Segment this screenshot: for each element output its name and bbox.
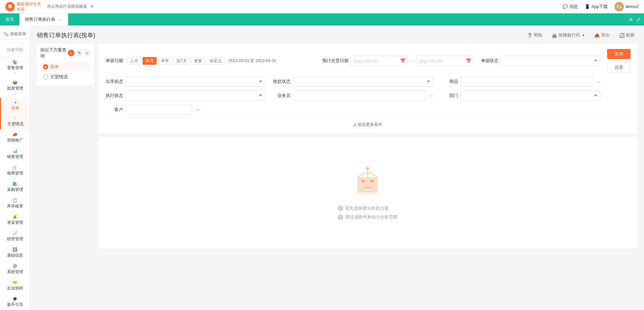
tab-bar: 首页 销售订单执行表 × ✕ ⤢ bbox=[0, 13, 644, 25]
sidebar-item-business[interactable]: 📈 经营管理 bbox=[0, 228, 30, 245]
sidebar-item-order[interactable]: ● 按单 bbox=[1, 98, 30, 113]
scheme-item-order[interactable]: ● 按单 bbox=[40, 62, 91, 72]
exec-select[interactable] bbox=[125, 91, 265, 101]
logo-icon-text: 畅 bbox=[8, 4, 12, 9]
payment-select[interactable] bbox=[292, 76, 433, 87]
filter-panel: 单据日期 上月 本月 本年 近7天 更多 自定义 2023-03-01 至 20… bbox=[98, 44, 637, 133]
sidebar-item-newbie[interactable]: 🎓 新手引导 bbox=[0, 294, 30, 310]
delivery-label: 出库状态 bbox=[105, 79, 123, 85]
tab-active[interactable]: 销售订单执行表 × bbox=[19, 13, 68, 25]
filter-row-2: 出库状态 收款状态 bbox=[105, 76, 631, 87]
layout: 🔍 搜索菜单 快捷导航 🏪 零售管理 ▼ 📦 批发管理 ▲ ● 按单 ○ 欠货情 bbox=[0, 25, 644, 310]
ecommerce-label: 电商管理 bbox=[7, 170, 23, 176]
sidebar-item-finance[interactable]: 💰 资金管理 bbox=[0, 212, 30, 228]
sidebar-item-wholesale[interactable]: 📦 批发管理 ▲ bbox=[0, 78, 30, 98]
empty-state: 1 请先选择要分析的方案 2 用过滤条件来缩小分析范围 bbox=[98, 137, 637, 248]
expected-date-to[interactable] bbox=[416, 56, 473, 66]
expected-date-from[interactable] bbox=[351, 56, 408, 66]
customer-dots[interactable]: ··· bbox=[196, 107, 200, 112]
print-label: 按模板打印 bbox=[558, 32, 580, 38]
scheme-add-button[interactable]: + bbox=[68, 50, 74, 56]
status-select[interactable] bbox=[500, 56, 601, 66]
exec-select-wrap bbox=[125, 91, 265, 101]
sidebar-item-ecommerce[interactable]: 🛒 电商管理 bbox=[0, 162, 30, 179]
export-button[interactable]: 📤 导出 bbox=[592, 31, 612, 40]
scheme-item-debt-label: 欠货情况 bbox=[50, 74, 68, 80]
wholesale-icon: 📦 bbox=[12, 80, 17, 85]
export-label: 导出 bbox=[601, 32, 610, 38]
refresh-label: 刷新 bbox=[626, 32, 635, 38]
empty-illustration bbox=[351, 164, 384, 197]
delivery-select[interactable] bbox=[125, 76, 265, 87]
goods-dots[interactable]: ··· bbox=[596, 79, 600, 84]
refresh-button[interactable]: 🔄 刷新 bbox=[616, 31, 637, 40]
tab-close-all-icon[interactable]: ✕ bbox=[629, 16, 633, 23]
app-download-button[interactable]: 📱 App下载 bbox=[585, 4, 608, 10]
breadcrumb-arrow[interactable]: ▼ bbox=[90, 4, 94, 9]
period-more[interactable]: 更多 bbox=[191, 57, 205, 65]
scheme-item-active-icon: ● bbox=[43, 64, 48, 69]
print-button[interactable]: 🖨️ 按模板打印 ▼ bbox=[549, 31, 588, 40]
debt-label: 欠货情况 bbox=[7, 121, 23, 127]
newbie-label: 新手引导 bbox=[7, 302, 23, 308]
scheme-item-debt[interactable]: 欠货情况 bbox=[40, 72, 91, 82]
scheme-panel-title: 按以下方案查询 bbox=[40, 47, 68, 59]
help-label: 帮助 bbox=[534, 32, 542, 38]
logo-icon: 畅 bbox=[5, 2, 15, 11]
period-last-month[interactable]: 上月 bbox=[127, 57, 141, 65]
sidebar-nav: 快捷导航 bbox=[0, 43, 30, 57]
scheme-collapse-button[interactable]: « bbox=[84, 50, 91, 56]
salesman-input-wrap[interactable] bbox=[292, 91, 426, 101]
scheme-item-icon bbox=[43, 74, 48, 80]
tab-close-icon[interactable]: × bbox=[57, 17, 63, 22]
filter-expected-date-cell: 预计交货日期 📅 — 📅 bbox=[322, 56, 473, 66]
business-icon: 📈 bbox=[12, 231, 17, 236]
help-button[interactable]: ❓ 帮助 bbox=[524, 31, 545, 40]
main-content: 销售订单执行表(按单) ❓ 帮助 🖨️ 按模板打印 ▼ 📤 导出 🔄 刷新 bbox=[30, 25, 644, 310]
tip-number-2: 2 bbox=[338, 214, 343, 220]
wholesale-label: 批发管理 bbox=[7, 86, 23, 91]
delivery-select-wrap bbox=[125, 76, 265, 87]
dept-select-wrap bbox=[460, 91, 600, 101]
search-button[interactable]: 查询 bbox=[607, 49, 631, 59]
period-custom[interactable]: 自定义 bbox=[207, 57, 225, 65]
sidebar-item-enterprise[interactable]: 🤝 企业协同 bbox=[0, 277, 30, 294]
dept-select[interactable] bbox=[460, 91, 600, 101]
sidebar-item-retail[interactable]: 🏪 零售管理 ▼ bbox=[0, 57, 30, 78]
scheme-edit-button[interactable]: ✎ bbox=[76, 50, 83, 56]
tab-home[interactable]: 首页 bbox=[0, 13, 19, 25]
sidebar-item-debt[interactable]: ○ 欠货情况 bbox=[1, 113, 30, 130]
salesman-dots[interactable]: ··· bbox=[429, 93, 433, 98]
edit-icon: ✎ bbox=[78, 51, 81, 55]
period-7days[interactable]: 近7天 bbox=[173, 57, 190, 65]
sidebar-item-marketing[interactable]: 📣 营销推广 bbox=[0, 130, 30, 146]
order-icon: ● bbox=[14, 100, 16, 105]
sidebar-item-system[interactable]: ⚙️ 系统管理 bbox=[0, 261, 30, 277]
svg-rect-0 bbox=[358, 177, 378, 192]
logo-area: 畅 畅捷通好生意 标版 bbox=[5, 2, 41, 11]
sidebar-item-inventory[interactable]: 📋 库存核算 bbox=[0, 195, 30, 212]
user-info[interactable]: Ea demo2 bbox=[614, 2, 639, 11]
expected-date-to-wrap: 📅 bbox=[416, 56, 473, 66]
sidebar-item-basic[interactable]: ℹ️ 基础信息 bbox=[0, 245, 30, 261]
marketing-icon: 📣 bbox=[12, 132, 17, 137]
status-label: 单据状态 bbox=[480, 58, 498, 64]
date-label: 单据日期 bbox=[105, 58, 123, 64]
message-button[interactable]: 💬 消息 bbox=[562, 4, 578, 10]
sidebar-item-sales[interactable]: 📊 销售管理 bbox=[0, 146, 30, 162]
sidebar-item-purchase[interactable]: 🛍️ 采购管理 bbox=[0, 179, 30, 195]
setting-button[interactable]: 设置 bbox=[607, 62, 631, 72]
period-this-year[interactable]: 本年 bbox=[158, 57, 172, 65]
tab-expand-icon[interactable]: ⤢ bbox=[636, 16, 641, 23]
search-menu-button[interactable]: 🔍 搜索菜单 bbox=[3, 29, 27, 39]
sidebar: 🔍 搜索菜单 快捷导航 🏪 零售管理 ▼ 📦 批发管理 ▲ ● 按单 ○ 欠货情 bbox=[0, 25, 30, 310]
period-this-month[interactable]: 本月 bbox=[143, 57, 157, 65]
collapse-button[interactable]: ⋀ 收起更多条件 bbox=[353, 122, 382, 127]
goods-input-wrap[interactable] bbox=[460, 76, 593, 87]
customer-input-wrap[interactable] bbox=[125, 105, 192, 115]
filter-row-4: 客户 ··· bbox=[105, 105, 631, 115]
filter-delivery-cell: 出库状态 bbox=[105, 76, 265, 87]
finance-label: 资金管理 bbox=[7, 220, 23, 225]
user-avatar: Ea bbox=[614, 2, 624, 11]
enterprise-label: 企业协同 bbox=[7, 286, 23, 291]
